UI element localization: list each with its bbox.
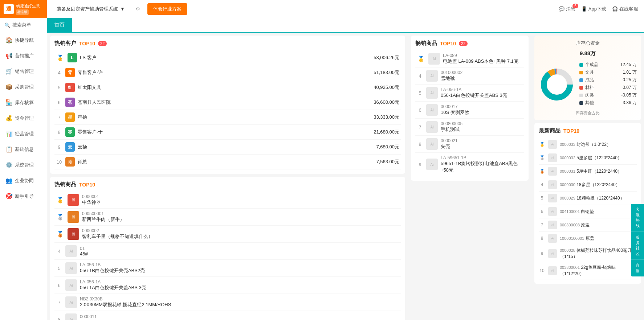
notice-item[interactable]: 💬 消息 6: [559, 6, 575, 12]
system-selector[interactable]: 装备及固定资产辅助管理系统 ▼: [53, 4, 129, 15]
new-product-row: 7 Ai 000800008 原盖: [539, 218, 637, 232]
new-product-thumb: Ai: [548, 266, 557, 275]
sidebar-item-marketing[interactable]: 📢 营销推广: [0, 48, 47, 63]
legend-dot: [579, 71, 583, 74]
basic-info-icon: 📋: [5, 146, 12, 153]
customer-row: 🥇 L LS 客户 53,006.26元: [54, 50, 401, 65]
product-row: 7 Ai NB2.0X30B 2.0X30MM双摆花轴,摆花直径2.1MM/RO…: [54, 294, 401, 311]
marketing-icon: 📢: [5, 52, 12, 59]
bestselling-card: 畅销商品 TOP10 22 🥇 Ai LA-089 电池盖 LA-089 ABS…: [411, 36, 529, 181]
hot-products-list: 🥇 图 0000001 中华神器 🥈 图 000500001 新西兰牛肉（新牛）: [54, 192, 401, 320]
new-product-row: 5 Ai 0000029 18颗粒板（1220*2440）: [539, 192, 637, 205]
product-row: 🥇 图 0000001 中华神器: [54, 192, 401, 209]
sales-icon: 🛒: [5, 68, 12, 75]
legend-item: 肉类 -0.05 万: [579, 92, 637, 98]
operations-icon: 📊: [5, 130, 12, 137]
rank-medal: 🥇: [56, 54, 65, 61]
new-product-row: 🥉 Ai 0000031 5厘中纤（1220*2440）: [539, 165, 637, 178]
customer-avatar: 红: [65, 83, 75, 92]
bestselling-list: 🥇 Ai LA-089 电池盖 LA-089 ABS本色+黑种 7.1克 4 A…: [415, 50, 524, 176]
notice-icon: 💬: [559, 6, 564, 12]
product-thumbnail: 图: [68, 228, 79, 240]
product-thumbnail-placeholder: Ai: [428, 53, 440, 65]
new-product-thumb: Ai: [548, 194, 557, 202]
new-product-thumb: Ai: [548, 153, 557, 162]
enterprise-icon: 👥: [5, 177, 12, 184]
sidebar-item-system[interactable]: ⚙️ 系统管理: [0, 157, 47, 173]
col-bestselling: 畅销商品 TOP10 22 🥇 Ai LA-089 电池盖 LA-089 ABS…: [408, 33, 531, 320]
new-product-row: 4 Ai 0000030 18多层（1220*2440）: [539, 178, 637, 192]
inventory-note: 库存资金占比: [539, 110, 637, 116]
product-thumbnail-placeholder: Ai: [65, 279, 77, 291]
legend-dot: [579, 63, 583, 67]
sidebar-item-finance[interactable]: 💰 资金管理: [0, 110, 47, 126]
legend-item: 成品 0.25 万: [579, 77, 637, 83]
trial-button[interactable]: 体验行业方案: [147, 3, 187, 15]
purchase-icon: 📦: [5, 83, 12, 90]
float-btn-live[interactable]: 直播: [631, 260, 644, 276]
customer-row: 4 零 零售客户-许 51,183.00元: [54, 65, 401, 80]
sidebar-item-operations[interactable]: 📊 经营管理: [0, 126, 47, 141]
col-right: 库存总资金 9.88万: [531, 33, 644, 320]
sidebar-item-purchase[interactable]: 📦 采购管理: [0, 79, 47, 95]
product-thumbnail-placeholder: Ai: [426, 87, 438, 99]
gear-icon: ⚙: [136, 6, 140, 12]
product-thumbnail-placeholder: Ai: [426, 70, 438, 82]
inventory-total-value: 9.88万: [539, 48, 637, 57]
product-row: 5 Ai LA-056-1B 056-1B白色按键开关壳ABS2壳: [54, 260, 401, 277]
product-row: 🥉 图 0000002 智利车子里（规格不知道填什么）: [54, 226, 401, 243]
search-icon: 🔍: [4, 22, 10, 28]
sidebar-item-guide[interactable]: 🎯 新手引导: [0, 188, 47, 204]
donut-chart: [539, 66, 575, 103]
donut-chart-area: 半成品 12.45 万 文具 1.01 万 成品 0.25 万: [539, 62, 637, 107]
sidebar-item-enterprise[interactable]: 👥 企业协同: [0, 173, 47, 188]
bestselling-header: 畅销商品 TOP10 22: [415, 40, 524, 47]
sidebar: 通 畅捷通好生意 标准版 🔍 搜索菜单 🏠 快捷导航 📢 营销推广 🛒 销售管理…: [0, 0, 47, 320]
app-download-item[interactable]: 📱 App下载: [581, 6, 606, 12]
product-thumbnail-placeholder: Ai: [65, 296, 77, 308]
customer-row: 9 云 云扬 7,680.00元: [54, 140, 401, 155]
col-customers: 热销客户 TOP10 22 🥇 L LS 客户 53,006.26元 4 零: [47, 33, 408, 320]
sidebar-logo: 通 畅捷通好生意 标准版: [0, 0, 47, 18]
tab-home[interactable]: 首页: [47, 18, 72, 32]
new-product-row: 6 Ai 004100001 白钢垫: [539, 205, 637, 218]
top-customers-card: 热销客户 TOP10 22 🥇 L LS 客户 53,006.26元 4 零: [50, 36, 405, 174]
sidebar-item-quick-nav[interactable]: 🏠 快捷导航: [0, 32, 47, 48]
float-btn-community[interactable]: 服务社区: [631, 232, 644, 260]
new-product-thumb: Ai: [548, 221, 557, 229]
product-row: 6 Ai 0000017 10S 变刹罗煞: [415, 102, 524, 119]
inventory-card: 库存总资金 9.88万: [534, 36, 641, 120]
product-thumbnail-placeholder: Ai: [426, 138, 438, 150]
customer-row: 8 零 零售客户-于 21,680.00元: [54, 125, 401, 140]
customer-avatar: 肖: [65, 157, 75, 167]
product-thumbnail-placeholder: Ai: [65, 245, 77, 257]
product-row: 🥇 Ai LA-089 电池盖 LA-089 ABS本色+黑种 7.1克: [415, 50, 524, 67]
new-product-thumb: Ai: [548, 140, 557, 149]
product-thumbnail-placeholder: Ai: [426, 121, 438, 133]
headset-icon: 🎧: [612, 6, 618, 12]
product-thumbnail-placeholder: Ai: [65, 262, 77, 274]
mobile-icon: 📱: [581, 6, 587, 12]
customer-row: 6 苍 苍南县人民医院 36,600.00元: [54, 95, 401, 110]
legend-item: 材料 0.07 万: [579, 85, 637, 91]
customers-list: 🥇 L LS 客户 53,006.26元 4 零 零售客户-许 51,183.0…: [54, 50, 401, 169]
sidebar-item-basic-info[interactable]: 📋 基础信息: [0, 141, 47, 157]
settings-button[interactable]: ⚙: [132, 3, 144, 15]
system-icon: ⚙️: [5, 161, 12, 168]
search-menu-item[interactable]: 🔍 搜索菜单: [0, 18, 47, 32]
main-area: 装备及固定资产辅助管理系统 ▼ ⚙ 体验行业方案 💬 消息 6 📱 App下载 …: [47, 0, 644, 320]
new-product-row: 10 Ai 003800001 22g鱼豆腐-烧烤味（1*12*20）: [539, 262, 637, 279]
inventory-legend: 半成品 12.45 万 文具 1.01 万 成品 0.25 万: [579, 62, 637, 107]
sidebar-item-sales[interactable]: 🛒 销售管理: [0, 63, 47, 79]
newest-header: 最新商品 TOP10: [539, 127, 637, 134]
finance-icon: 💰: [5, 115, 12, 122]
float-btn-hotline[interactable]: 客服热线: [631, 204, 644, 232]
sidebar-item-inventory[interactable]: 🏪 库存核算: [0, 95, 47, 110]
inventory-icon: 🏪: [5, 99, 12, 106]
guide-icon: 🎯: [5, 193, 12, 200]
new-product-row: 9 Ai 0000028 体械荔枝味苏打饮品400毫升（1*15）: [539, 245, 637, 262]
hot-products-card: 热销商品 TOP10 🥇 图 0000001 中华神器 🥈 图: [50, 177, 405, 320]
online-service-item[interactable]: 🎧 在线客服: [612, 6, 638, 12]
customer-avatar: L: [68, 53, 77, 62]
svg-point-5: [547, 75, 566, 94]
